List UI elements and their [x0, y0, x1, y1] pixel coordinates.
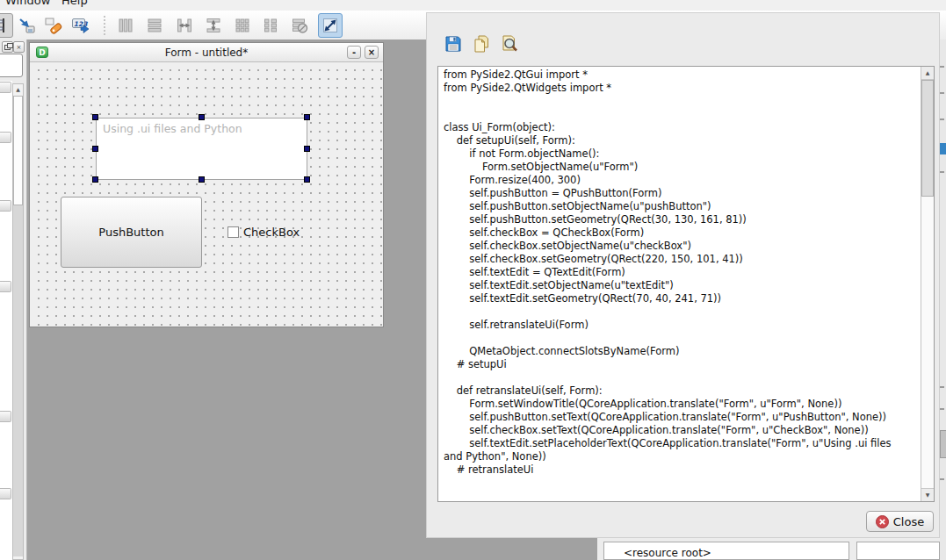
resource-tree-panel[interactable]: <resource root>: [603, 542, 849, 560]
find-icon: [500, 34, 519, 54]
close-button[interactable]: Close: [866, 511, 934, 532]
checkbox-indicator[interactable]: [227, 226, 239, 238]
generated-code-view[interactable]: from PySide2.QtGui import * from PySide2…: [437, 66, 935, 502]
widget-category-row[interactable]: [0, 281, 11, 292]
resource-browser-dock: <resource root>: [597, 538, 946, 560]
form-canvas[interactable]: Using .ui files and Python PushButton Ch…: [31, 62, 383, 327]
dock-close-icon: ×: [17, 44, 22, 51]
widget-category-row[interactable]: [0, 132, 11, 143]
widget-box-list: [0, 81, 12, 560]
layout-horizontal-button[interactable]: [113, 13, 138, 38]
find-button[interactable]: [498, 32, 521, 55]
break-layout-button[interactable]: [287, 13, 312, 38]
layout-form-icon: [262, 17, 279, 34]
checkbox-widget[interactable]: CheckBox: [227, 214, 316, 250]
widget-category-row[interactable]: [0, 488, 11, 499]
float-icon: [4, 45, 11, 50]
close-button-label: Close: [893, 515, 924, 528]
resize-handle-left[interactable]: [92, 146, 98, 152]
scrollbar-thumb[interactable]: [13, 96, 23, 205]
save-button[interactable]: [442, 32, 465, 55]
break-layout-icon: [291, 17, 308, 34]
layout-horizontal-splitter-icon: [176, 17, 193, 34]
edit-buddies-button[interactable]: [41, 13, 66, 38]
selected-property-row-fragment: [940, 143, 946, 154]
save-icon: [444, 34, 463, 54]
adjust-size-icon: [321, 17, 339, 34]
scroll-down-icon: ▼: [921, 489, 934, 501]
edit-tab-order-icon: 123: [71, 16, 90, 35]
edit-signals-slots-icon: [18, 17, 35, 34]
copy-icon: [472, 34, 491, 54]
property-row-fragment: [940, 118, 944, 120]
adjust-size-button[interactable]: [318, 13, 343, 38]
edit-buddies-icon: [44, 16, 63, 35]
layout-horizontal-icon: [117, 17, 134, 34]
resize-handle-bottom-left[interactable]: [92, 176, 98, 183]
layout-vertical-splitter-icon: [205, 17, 222, 34]
pushbutton-widget[interactable]: PushButton: [61, 197, 202, 268]
form-minimize-button[interactable]: -: [347, 46, 361, 59]
code-scroll-down-button[interactable]: ▼: [921, 488, 934, 501]
resource-detail-panel[interactable]: [856, 542, 940, 560]
resize-handle-top-left[interactable]: [92, 114, 98, 120]
widget-filter-input[interactable]: [0, 54, 23, 77]
resource-root-item[interactable]: <resource root>: [624, 547, 711, 559]
edit-signals-slots-button[interactable]: [14, 13, 39, 38]
toolbar-separator: [104, 16, 105, 35]
widget-category-row[interactable]: [0, 411, 11, 422]
layout-vertical-button[interactable]: [142, 13, 167, 38]
scrollbar-track[interactable]: [13, 205, 23, 556]
layout-vertical-splitter-button[interactable]: [201, 13, 226, 38]
code-scroll-up-button[interactable]: ▲: [921, 67, 934, 80]
form-window-title: Form - untitled*: [30, 47, 383, 59]
close-circle-icon: [876, 515, 889, 528]
menu-help[interactable]: Help: [61, 0, 88, 7]
property-row-fragment: [940, 408, 944, 410]
layout-horizontal-splitter-button[interactable]: [172, 13, 197, 38]
resize-handle-top-right[interactable]: [304, 114, 310, 120]
edit-tab-order-button[interactable]: 123: [69, 13, 93, 38]
dock-close-button[interactable]: ×: [13, 41, 25, 53]
resize-handle-top[interactable]: [199, 114, 205, 120]
form-editor-window: D Form - untitled* - × Using .ui files a…: [29, 42, 384, 327]
layout-form-button[interactable]: [258, 13, 283, 38]
resize-handle-right[interactable]: [304, 146, 310, 152]
menu-window[interactable]: Window: [5, 0, 50, 7]
code-scrollbar-thumb[interactable]: [921, 80, 934, 197]
scroll-up-icon[interactable]: ▲: [13, 84, 23, 95]
generated-python-code[interactable]: from PySide2.QtGui import * from PySide2…: [444, 68, 918, 477]
scrollbar-thumb-fragment: [940, 430, 946, 458]
property-editor-sliver: [940, 39, 946, 560]
layout-vertical-icon: [146, 17, 163, 34]
dock-float-button[interactable]: [2, 41, 13, 53]
code-preview-dialog: from PySide2.QtGui import * from PySide2…: [426, 12, 940, 538]
textedit-widget[interactable]: Using .ui files and Python: [96, 118, 307, 180]
property-row-fragment: [940, 386, 944, 388]
resize-handle-bottom-right[interactable]: [304, 176, 310, 183]
layout-grid-icon: [234, 17, 251, 34]
widget-category-row[interactable]: [0, 82, 11, 93]
property-row-fragment: [940, 66, 944, 68]
menubar: Window Help: [0, 0, 946, 11]
widget-category-row[interactable]: [0, 200, 11, 212]
edit-widgets-icon: [0, 17, 10, 34]
widget-box-scrollbar[interactable]: ▲: [12, 83, 24, 560]
form-close-button[interactable]: ×: [365, 46, 379, 59]
scroll-up-icon: ▲: [921, 67, 934, 79]
code-scrollbar[interactable]: ▲ ▼: [921, 67, 934, 501]
widget-box-dock: × ▲: [0, 39, 27, 560]
tab-order-icon-text: 123: [74, 20, 88, 28]
property-row-fragment: [940, 92, 944, 94]
copy-button[interactable]: [470, 32, 493, 55]
property-row-fragment: [940, 171, 944, 173]
form-window-titlebar[interactable]: D Form - untitled* - ×: [30, 43, 383, 62]
property-row-fragment: [940, 478, 944, 480]
layout-grid-button[interactable]: [230, 13, 255, 38]
checkbox-label: CheckBox: [243, 226, 300, 239]
resize-handle-bottom[interactable]: [199, 176, 205, 183]
edit-widgets-button[interactable]: [0, 13, 13, 38]
